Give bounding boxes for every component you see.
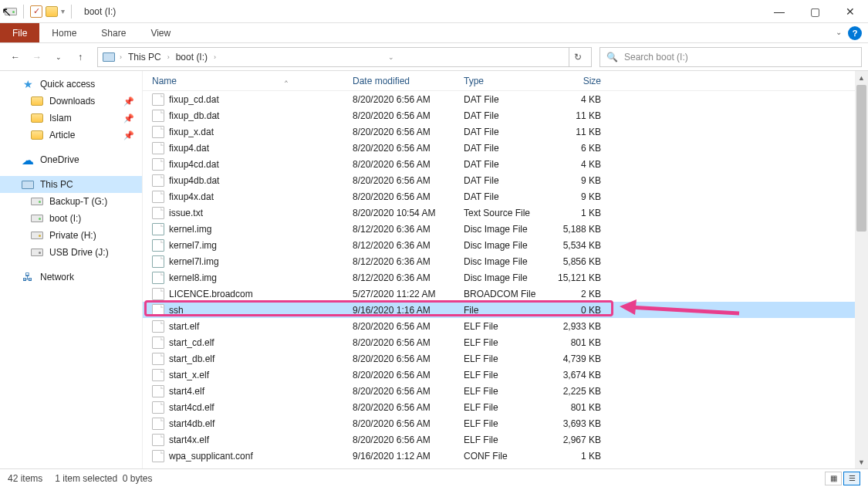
header-type[interactable]: Type (464, 76, 556, 86)
file-row[interactable]: issue.txt8/20/2020 10:54 AMText Source F… (143, 205, 868, 221)
file-date: 8/20/2020 6:56 AM (353, 386, 464, 397)
file-row[interactable]: fixup_x.dat8/20/2020 6:56 AMDAT File11 K… (143, 123, 868, 140)
tab-view[interactable]: View (138, 23, 183, 42)
drive-icon (31, 215, 43, 222)
file-date: 9/16/2020 1:12 AM (353, 451, 464, 462)
file-row[interactable]: kernel8.img8/12/2020 6:36 AMDisc Image F… (143, 269, 868, 286)
file-icon (152, 207, 164, 219)
file-row[interactable]: start_db.elf8/20/2020 6:56 AMELF File4,7… (143, 350, 868, 367)
sidebar-item-quick-access[interactable]: ★ Quick access (0, 76, 142, 93)
file-name: fixup4.dat (169, 143, 209, 154)
file-icon (152, 110, 164, 122)
scroll-down-icon[interactable]: ▼ (855, 455, 868, 468)
tab-file[interactable]: File (0, 23, 39, 42)
scrollbar[interactable]: ▲ ▼ (855, 71, 868, 468)
file-row[interactable]: start4cd.elf8/20/2020 6:56 AMELF File801… (143, 399, 868, 415)
help-button[interactable]: ? (848, 26, 862, 40)
file-icon (152, 418, 164, 430)
scroll-thumb[interactable] (856, 85, 866, 232)
sidebar-item-this-pc[interactable]: This PC (0, 176, 142, 193)
file-name: fixup4x.dat (169, 191, 214, 202)
drive-icon (31, 232, 43, 239)
address-bar[interactable]: › This PC › boot (I:) › ⌄ ↻ (97, 47, 592, 67)
file-row[interactable]: fixup4x.dat8/20/2020 6:56 AMDAT File9 KB (143, 188, 868, 205)
search-box[interactable]: 🔍 (599, 47, 862, 67)
sidebar-item-pinned[interactable]: Islam📌 (0, 110, 142, 127)
file-row[interactable]: start_x.elf8/20/2020 6:56 AMELF File3,67… (143, 367, 868, 383)
breadcrumb-current[interactable]: boot (I:) (174, 52, 209, 63)
file-type: Disc Image File (464, 224, 556, 235)
ribbon-expand-icon[interactable]: ⌄ (836, 28, 842, 36)
file-icon (152, 304, 164, 316)
file-icon (152, 174, 164, 187)
caret-icon[interactable]: › (120, 53, 122, 61)
file-row[interactable]: start_cd.elf8/20/2020 6:56 AMELF File801… (143, 334, 868, 350)
file-row[interactable]: fixup_cd.dat8/20/2020 6:56 AMDAT File4 K… (143, 91, 868, 107)
file-row[interactable]: start4x.elf8/20/2020 6:56 AMELF File2,96… (143, 431, 868, 448)
file-row[interactable]: start4.elf8/20/2020 6:56 AMELF File2,225… (143, 383, 868, 399)
sidebar-item-drive[interactable]: boot (I:) (0, 210, 142, 227)
file-row[interactable]: kernel.img8/12/2020 6:36 AMDisc Image Fi… (143, 221, 868, 237)
file-row[interactable]: wpa_supplicant.conf9/16/2020 1:12 AMCONF… (143, 448, 868, 464)
address-dropdown-icon[interactable]: ⌄ (388, 53, 397, 61)
up-button[interactable]: ↑ (71, 48, 90, 66)
file-row[interactable]: start.elf8/20/2020 6:56 AMELF File2,933 … (143, 318, 868, 334)
file-row[interactable]: fixup4db.dat8/20/2020 6:56 AMDAT File9 K… (143, 172, 868, 188)
file-row[interactable]: start4db.elf8/20/2020 6:56 AMELF File3,6… (143, 415, 868, 431)
file-icon (152, 142, 164, 154)
file-type: ELF File (464, 321, 556, 332)
sidebar-label: Article (49, 130, 75, 140)
file-size: 5,856 KB (556, 256, 610, 267)
file-row[interactable]: kernel7l.img8/12/2020 6:36 AMDisc Image … (143, 253, 868, 269)
header-name[interactable]: Name^ (152, 76, 353, 86)
status-selection: 1 item selected 0 bytes (55, 473, 152, 484)
view-thumbnails-button[interactable]: ▦ (825, 472, 842, 485)
file-date: 8/20/2020 6:56 AM (353, 159, 464, 170)
check-icon[interactable]: ✓ (30, 5, 42, 18)
chevron-down-icon[interactable]: ▾ (61, 7, 65, 15)
file-row[interactable]: kernel7.img8/12/2020 6:36 AMDisc Image F… (143, 237, 868, 253)
file-type: DAT File (464, 175, 556, 186)
sidebar-item-drive[interactable]: Backup-T (G:) (0, 193, 142, 210)
view-details-button[interactable]: ☰ (843, 472, 860, 485)
file-row[interactable]: fixup4cd.dat8/20/2020 6:56 AMDAT File4 K… (143, 156, 868, 172)
caret-icon[interactable]: › (214, 53, 216, 61)
file-date: 8/20/2020 6:56 AM (353, 353, 464, 364)
sidebar-item-pinned[interactable]: Downloads📌 (0, 93, 142, 110)
file-date: 8/12/2020 6:36 AM (353, 256, 464, 267)
recent-dropdown-icon[interactable]: ⌄ (49, 48, 68, 66)
header-size[interactable]: Size (556, 76, 610, 86)
status-bar: 42 items 1 item selected 0 bytes ▦ ☰ (0, 468, 868, 487)
tab-share[interactable]: Share (89, 23, 138, 42)
sidebar-item-network[interactable]: 🖧 Network (0, 269, 142, 286)
breadcrumb-root[interactable]: This PC (127, 52, 163, 63)
sidebar-item-onedrive[interactable]: ☁ OneDrive (0, 151, 142, 168)
tab-home[interactable]: Home (39, 23, 89, 42)
minimize-button[interactable]: — (762, 0, 797, 23)
search-input[interactable] (624, 52, 855, 63)
file-row[interactable]: ssh9/16/2020 1:16 AMFile0 KB (143, 302, 868, 318)
file-type: Disc Image File (464, 240, 556, 251)
sidebar-item-drive[interactable]: USB Drive (J:) (0, 244, 142, 261)
cloud-icon: ☁ (22, 154, 34, 166)
file-list[interactable]: fixup_cd.dat8/20/2020 6:56 AMDAT File4 K… (143, 91, 868, 468)
back-button[interactable]: ← (6, 48, 25, 66)
sidebar-item-drive[interactable]: Private (H:) (0, 227, 142, 244)
file-icon (152, 337, 164, 349)
file-icon (152, 401, 164, 414)
scroll-up-icon[interactable]: ▲ (855, 71, 868, 84)
file-row[interactable]: fixup_db.dat8/20/2020 6:56 AMDAT File11 … (143, 107, 868, 123)
file-size: 11 KB (556, 110, 610, 121)
sidebar-item-pinned[interactable]: Article📌 (0, 127, 142, 144)
header-date[interactable]: Date modified (353, 76, 464, 86)
refresh-button[interactable]: ↻ (569, 48, 586, 66)
file-row[interactable]: LICENCE.broadcom5/27/2020 11:22 AMBROADC… (143, 286, 868, 302)
ribbon: File Home Share View ⌄ ? (0, 23, 868, 43)
maximize-button[interactable]: ▢ (797, 0, 833, 23)
close-button[interactable]: ✕ (833, 0, 868, 23)
caret-icon[interactable]: › (167, 53, 170, 61)
file-name: kernel8.img (169, 272, 217, 283)
file-row[interactable]: fixup4.dat8/20/2020 6:56 AMDAT File6 KB (143, 140, 868, 156)
forward-button[interactable]: → (28, 48, 46, 66)
file-size: 15,121 KB (556, 272, 610, 283)
